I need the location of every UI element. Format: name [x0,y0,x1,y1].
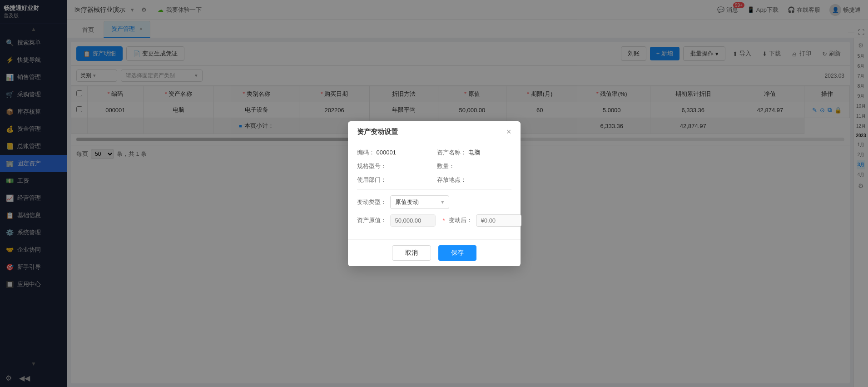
modal-change-type-row: 变动类型： 原值变动 ▾ [357,195,511,209]
code-label: 编码： [357,149,375,157]
asset-change-modal: 资产变动设置 × 编码： 000001 资产名称： 电脑 规格型号： [348,121,521,266]
modal-header: 资产变动设置 × [348,121,521,141]
code-value: 000001 [377,149,396,156]
spec-label: 规格型号： [357,162,387,170]
change-type-label: 变动类型： [357,198,387,206]
modal-close-btn[interactable]: × [506,128,511,136]
modal-row-spec-qty: 规格型号： 数量： [357,162,511,170]
department-label: 使用部门： [357,176,387,184]
after-change-required-star: * [443,217,445,224]
modal-name-col: 资产名称： 电脑 [437,149,511,157]
change-type-select[interactable]: 原值变动 ▾ [390,195,449,209]
modal-dept-col: 使用部门： [357,176,432,184]
cancel-button[interactable]: 取消 [392,245,431,261]
modal-qty-col: 数量： [437,162,511,170]
modal-title: 资产变动设置 [357,128,398,136]
asset-name-label: 资产名称： [437,149,466,157]
save-button[interactable]: 保存 [438,245,476,261]
modal-row-dept-loc: 使用部门： 存放地点： [357,176,511,184]
change-type-value: 原值变动 [395,198,419,206]
modal-overlay: 资产变动设置 × 编码： 000001 资产名称： 电脑 规格型号： [0,0,868,387]
original-value-display: 50,000.00 [390,214,436,227]
location-label: 存放地点： [437,176,466,184]
modal-value-row: 资产原值： 50,000.00 * 变动后： [357,214,511,227]
modal-body: 编码： 000001 资产名称： 电脑 规格型号： 数量： [348,141,521,239]
modal-footer: 取消 保存 [348,239,521,266]
modal-code-col: 编码： 000001 [357,149,432,157]
change-type-dropdown-icon: ▾ [441,198,444,205]
after-change-input[interactable] [476,214,521,227]
original-value-label: 资产原值： [357,216,387,224]
modal-loc-col: 存放地点： [437,176,511,184]
modal-row-code-name: 编码： 000001 资产名称： 电脑 [357,149,511,157]
after-change-label: 变动后： [449,216,472,224]
modal-spec-col: 规格型号： [357,162,432,170]
asset-name-value: 电脑 [468,149,480,157]
modal-divider [357,189,511,190]
quantity-label: 数量： [437,162,455,170]
